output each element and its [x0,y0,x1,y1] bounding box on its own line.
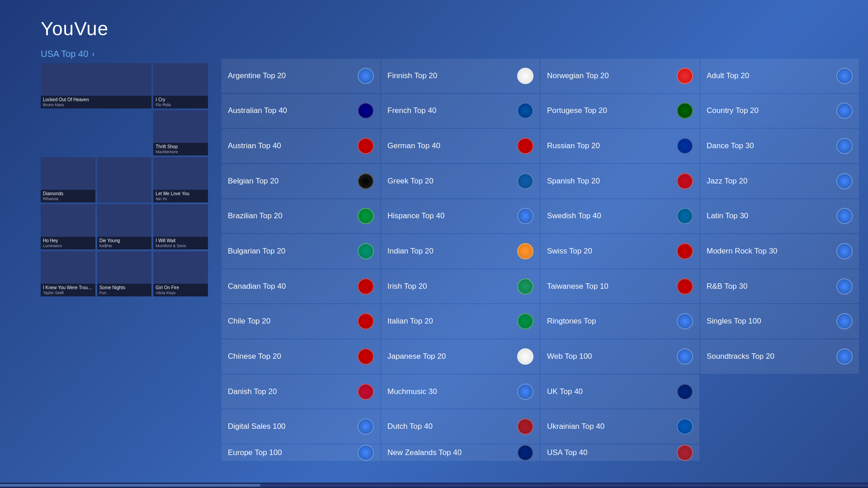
video-cell[interactable]: Thrift Shop Macklemore [153,110,208,155]
section-label-text: USA Top 40 [41,49,88,59]
video-title: Diamonds [43,191,93,197]
chart-label: Indian Top 20 [387,247,434,256]
video-info: I Will Wait Mumford & Sons [153,237,208,249]
chart-item[interactable]: USA Top 40 [541,445,699,461]
chart-item[interactable]: Europe Top 100 [222,445,380,461]
chart-item[interactable]: Belgian Top 20 [222,164,380,198]
flag-icon [836,138,853,154]
chart-label: New Zealands Top 40 [387,448,462,457]
chart-item[interactable]: Norwegian Top 20 [541,59,699,93]
video-artist: Alicia Keys [156,291,206,295]
chart-item[interactable]: Ukrainian Top 40 [541,409,699,444]
video-cell[interactable]: Die Young Ke$Ha [97,204,152,249]
chart-item[interactable]: Canadian Top 40 [222,269,380,304]
chart-item[interactable]: Chile Top 20 [222,304,380,338]
chart-item[interactable]: Soundtracks Top 20 [700,339,859,374]
chart-item[interactable]: Irish Top 20 [381,269,540,304]
chart-item[interactable]: R&B Top 30 [700,269,859,304]
chart-label: Argentine Top 20 [228,71,286,80]
flag-icon [677,445,693,461]
chart-label: Norwegian Top 20 [547,71,609,80]
chart-item[interactable]: Italian Top 20 [381,304,540,338]
video-cell[interactable]: I Knew You Were Trouble Taylor Swift [41,251,95,296]
chart-item[interactable]: Muchmusic 30 [381,375,540,409]
chart-item[interactable]: Ringtones Top [541,304,699,338]
chart-label: Europe Top 100 [228,448,282,457]
flag-icon [836,348,853,365]
chart-item[interactable]: Japanese Top 20 [381,339,540,374]
chart-item[interactable]: German Top 40 [381,129,540,163]
video-cell[interactable]: Ho Hey Lumineers [41,204,95,249]
chart-item[interactable]: Adult Top 20 [700,59,859,93]
chart-label: Ukrainian Top 40 [547,422,604,431]
chart-item[interactable]: Finnish Top 20 [381,59,540,93]
video-cell[interactable]: Some Nights Fun [97,251,152,296]
chart-item[interactable]: Digital Sales 100 [222,409,380,444]
video-cell[interactable]: I Will Wait Mumford & Sons [153,204,208,249]
chart-item[interactable]: Dance Top 30 [700,129,859,163]
charts-container: Argentine Top 20Finnish Top 20Norwegian … [222,59,859,461]
chart-label: Danish Top 20 [228,387,277,396]
chart-item[interactable]: New Zealands Top 40 [381,445,540,461]
chart-label: Austrian Top 40 [228,141,281,150]
chart-item[interactable]: Bulgarian Top 20 [222,234,380,268]
chart-label: Chile Top 20 [228,317,270,326]
chart-item[interactable]: Hispance Top 40 [381,199,540,234]
chart-item[interactable]: Modern Rock Top 30 [700,234,859,268]
chart-item[interactable]: Jazz Top 20 [700,164,859,198]
chart-item[interactable]: Australian Top 40 [222,94,380,128]
flag-icon [517,138,533,154]
video-cell[interactable]: Locked Out Of Heaven Bruno Mars [41,63,151,108]
chart-label: Latin Top 30 [707,211,748,221]
chart-label: Taiwanese Top 10 [547,282,609,291]
video-artist: Mumford & Sons [156,244,206,248]
chart-item[interactable]: Swedish Top 40 [541,199,699,234]
chart-item[interactable]: Austrian Top 40 [222,129,380,163]
flag-icon [517,243,533,259]
flag-icon [836,173,853,189]
flag-icon [358,208,374,224]
video-title: Locked Out Of Heaven [43,97,149,103]
chart-label: Dance Top 30 [707,141,754,150]
chart-item[interactable]: Portugese Top 20 [541,94,699,128]
video-cell[interactable] [97,157,152,202]
chart-item[interactable]: Chinese Top 20 [222,339,380,374]
flag-icon [358,68,374,84]
chart-item[interactable]: Spanish Top 20 [541,164,699,198]
chart-item[interactable]: Singles Top 100 [700,304,859,338]
chart-item[interactable]: Country Top 20 [700,94,859,128]
chart-item[interactable]: Indian Top 20 [381,234,540,268]
chart-item[interactable]: French Top 40 [381,94,540,128]
flag-icon [677,278,693,295]
chart-item[interactable]: Latin Top 30 [700,199,859,234]
video-info: Girl On Fire Alicia Keys [153,284,208,296]
chart-item[interactable]: Russian Top 20 [541,129,699,163]
flag-icon [358,243,374,259]
video-cell[interactable]: I Cry Flo Rida [153,63,208,108]
chart-label: Swiss Top 20 [547,247,592,256]
chart-item[interactable]: Argentine Top 20 [222,59,380,93]
chart-item[interactable]: Dutch Top 40 [381,409,540,444]
chart-item[interactable]: Taiwanese Top 10 [541,269,699,304]
chart-item[interactable]: UK Top 40 [541,375,699,409]
chart-item[interactable]: Brazilian Top 20 [222,199,380,234]
chart-item[interactable]: Web Top 100 [541,339,699,374]
chart-item[interactable]: Danish Top 20 [222,375,380,409]
chart-label: Dutch Top 40 [387,422,433,431]
video-title: Girl On Fire [156,285,206,291]
flag-icon [358,445,374,461]
chart-label: Web Top 100 [547,352,592,361]
video-cell[interactable]: Girl On Fire Alicia Keys [153,251,208,296]
flag-icon [677,208,693,224]
chart-item[interactable]: Greek Top 20 [381,164,540,198]
video-artist: Macklemore [156,150,206,154]
video-cell[interactable]: Diamonds Rihanna [41,157,95,202]
flag-icon [677,173,693,189]
chart-label: Ringtones Top [547,317,596,326]
chart-item[interactable]: Swiss Top 20 [541,234,699,268]
video-cell[interactable]: Let Me Love You Ne-Yo [153,157,208,202]
flag-icon [677,243,693,259]
video-title: I Knew You Were Trouble [43,285,93,291]
section-label[interactable]: USA Top 40 › [41,49,94,59]
video-title: I Will Wait [156,238,206,244]
